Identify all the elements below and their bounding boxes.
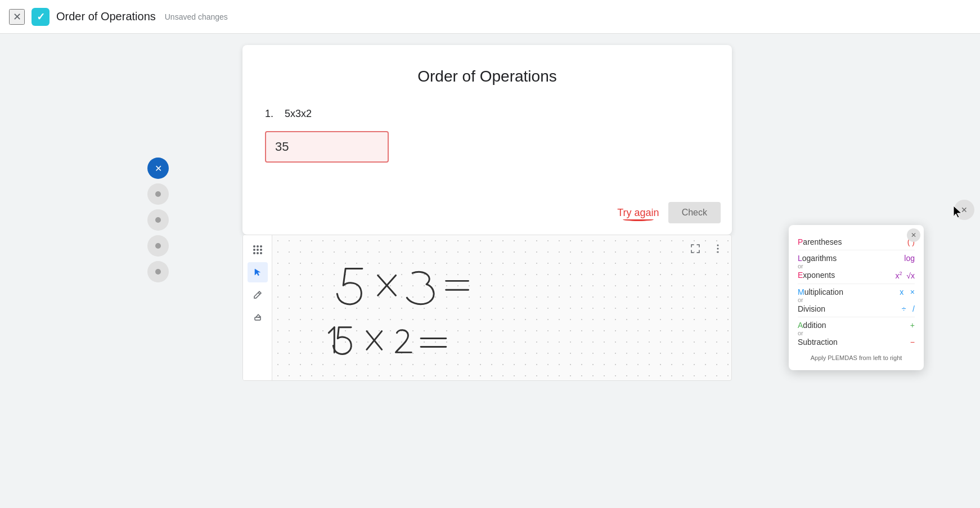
plemdas-parentheses-row: Parentheses ( ) — [798, 234, 915, 250]
multiplication-symbols: x × — [900, 287, 915, 296]
or-label-1: or — [798, 263, 915, 271]
parentheses-label: Parentheses — [798, 237, 842, 246]
document-title: Order of Operations — [56, 10, 156, 23]
question-text: 1. 5x3x2 — [265, 108, 709, 120]
check-button[interactable]: Check — [668, 202, 721, 223]
tool-panel: ✕ — [147, 158, 169, 282]
slide-title-area: Order of Operations — [242, 45, 732, 97]
slide-container: Order of Operations 1. 5x3x2 Try again C… — [242, 45, 732, 235]
addition-label: Addition — [798, 321, 826, 330]
main-area: ✕ Order of Operations 1. — [0, 34, 980, 508]
x-icon: ✕ — [155, 163, 162, 174]
try-again-button[interactable]: Try again — [617, 207, 659, 219]
right-area: ✕ Parentheses ( ) Logarithms log or — [800, 34, 980, 508]
dismiss-button[interactable]: ✕ — [147, 158, 169, 179]
drawing-panel[interactable] — [242, 235, 732, 381]
answer-input[interactable] — [265, 131, 389, 163]
circle-icon-4 — [155, 269, 161, 275]
slide-title: Order of Operations — [254, 68, 721, 86]
plemdas-popup: ✕ Parentheses ( ) Logarithms log or — [789, 225, 924, 370]
exponents-label: Exponents — [798, 271, 835, 280]
popup-close-x-button[interactable]: ✕ — [954, 200, 974, 220]
exponents-symbols: x2 √x — [896, 271, 915, 280]
division-symbols: ÷ / — [902, 304, 915, 313]
addition-symbols: + — [910, 321, 915, 330]
circle-icon-2 — [155, 217, 161, 223]
circle-icon-3 — [155, 243, 161, 249]
unsaved-status: Unsaved changes — [165, 12, 228, 21]
answer-input-wrapper — [265, 131, 709, 163]
addition-section: Addition + or Subtraction − — [798, 317, 915, 350]
logarithms-label: Logarithms — [798, 254, 837, 263]
eraser-tool-button[interactable] — [248, 307, 268, 327]
multiplication-label: Multiplication — [798, 287, 843, 296]
logarithms-section: Logarithms log or Exponents x2 √x — [798, 250, 915, 284]
subtraction-symbols: − — [910, 338, 915, 347]
dot-tool-3[interactable] — [147, 235, 169, 257]
close-button[interactable]: ✕ — [9, 9, 25, 25]
circle-icon-1 — [155, 191, 161, 197]
center-content: Order of Operations 1. 5x3x2 Try again C… — [174, 34, 800, 508]
subtraction-label: Subtraction — [798, 338, 838, 347]
dot-tool-1[interactable] — [147, 183, 169, 205]
svg-rect-0 — [255, 317, 260, 320]
dot-tool-4[interactable] — [147, 261, 169, 282]
close-popup-button[interactable]: ✕ — [907, 228, 920, 242]
left-sidebar: ✕ — [0, 34, 174, 508]
pen-tool-button[interactable] — [248, 285, 268, 305]
plemdas-note: Apply PLEMDAS from left to right — [798, 354, 915, 361]
drawing-canvas[interactable] — [272, 235, 731, 380]
app-logo: ✓ — [32, 8, 50, 26]
action-buttons: Try again Check — [242, 202, 732, 235]
grid-handle-icon[interactable] — [248, 240, 268, 260]
division-label: Division — [798, 304, 825, 313]
drawing-toolbar — [243, 235, 272, 380]
multiplication-section: Multiplication x × or Division ÷ / — [798, 284, 915, 317]
logarithms-symbols: log — [904, 254, 915, 263]
or-label-3: or — [798, 330, 915, 338]
cursor-tool-button[interactable] — [248, 262, 268, 282]
topbar: ✕ ✓ Order of Operations Unsaved changes — [0, 0, 980, 34]
dot-tool-2[interactable] — [147, 209, 169, 231]
question-area: 1. 5x3x2 — [242, 97, 732, 202]
or-label-2: or — [798, 296, 915, 304]
